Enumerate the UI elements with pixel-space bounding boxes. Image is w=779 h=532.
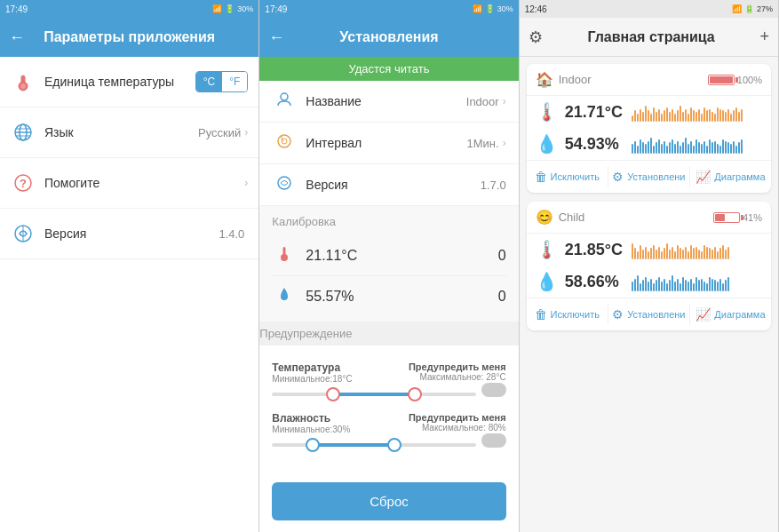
battery-pct-3: 27% <box>757 4 773 13</box>
indoor-actions: 🗑 Исключить ⚙ Установлени 📈 Диаграмма <box>527 160 771 193</box>
warning-temp-left: Температура Минимальное:18°C <box>272 361 352 384</box>
setup-row-name[interactable]: Название Indoor › <box>259 81 518 123</box>
setup-row-interval[interactable]: Интервал 1Мин. › <box>259 123 518 164</box>
back-button-2[interactable]: ← <box>268 28 284 47</box>
warning-humidity-left: Влажность Минимальное:30% <box>272 412 350 434</box>
settings-header-icon[interactable]: ⚙ <box>529 28 543 47</box>
warning-humidity-toggle[interactable] <box>481 433 506 448</box>
child-temp-value: 21.85°C <box>565 241 632 259</box>
status-icons-1: 📶 🔋 30% <box>212 4 253 13</box>
version2-label: Версия <box>306 178 480 192</box>
status-bar-3: 12:46 📶 🔋 27% <box>520 0 778 18</box>
interval-value: 1Мин. <box>467 137 499 150</box>
indoor-exclude-button[interactable]: 🗑 Исключить <box>527 166 608 187</box>
settings-item-help[interactable]: ? Помогите › <box>0 158 258 209</box>
setup-header: ← Установления <box>259 18 518 57</box>
status-icons-2: 📶 🔋 30% <box>473 4 513 13</box>
signal-icon-1: 📶 <box>212 4 222 13</box>
indoor-humidity-graph <box>632 134 762 154</box>
help-arrow: › <box>244 177 248 189</box>
child-exclude-button[interactable]: 🗑 Исключить <box>527 304 608 325</box>
language-icon <box>11 120 36 145</box>
settings-item-temperature[interactable]: Единица температуры °C °F <box>0 57 258 107</box>
indoor-battery-indicator <box>708 75 735 85</box>
status-bar-1: 17:49 📶 🔋 30% <box>0 0 258 18</box>
setup-row-version: Версия 1.7.0 <box>259 164 518 206</box>
exclude-label: Исключить <box>551 171 600 182</box>
child-chart-button[interactable]: 📈 Диаграмма <box>689 304 771 325</box>
calibration-temp-row[interactable]: 21.11°C 0 <box>272 235 505 276</box>
warning-temp-alert: Предупредить меня <box>409 361 506 372</box>
indoor-humidity-row: 💧 54.93% <box>527 128 771 160</box>
battery-icon-2: 🔋 <box>485 4 495 13</box>
warning-temp-min: Минимальное:18°C <box>272 374 352 384</box>
calibration-humidity-row[interactable]: 55.57% 0 <box>272 276 505 316</box>
child-settings-icon: ⚙ <box>612 307 624 322</box>
indoor-settings-button[interactable]: ⚙ Установлени <box>608 166 689 187</box>
child-humidity-row: 💧 58.66% <box>527 266 771 298</box>
main-panel: 12:46 📶 🔋 27% ⚙ Главная страница + 🏠 Ind… <box>520 0 779 532</box>
warning-humidity-alert: Предупредить меня <box>409 412 506 423</box>
indoor-temp-row: 🌡️ 21.71°C <box>527 96 771 128</box>
svg-point-15 <box>278 177 290 189</box>
indoor-card: 🏠 Indoor 100% 🌡️ 21.71°C 💧 54.93% <box>527 64 771 193</box>
help-icon: ? <box>11 171 36 195</box>
indoor-humidity-value: 54.93% <box>565 135 632 154</box>
warning-section: Предупреждение Температура Минимальное:1… <box>259 322 518 472</box>
child-battery-pct: 41% <box>743 212 762 223</box>
warning-humidity-row: Влажность Минимальное:30% Предупредить м… <box>272 412 505 452</box>
back-button-1[interactable]: ← <box>9 28 25 47</box>
fahrenheit-button[interactable]: °F <box>222 72 247 91</box>
calib-temp-offset: 0 <box>498 248 506 264</box>
indoor-temp-value: 21.71°C <box>565 103 632 122</box>
interval-label: Интервал <box>306 136 466 150</box>
warning-title: Предупреждение <box>259 322 518 345</box>
child-battery: 41% <box>713 212 762 223</box>
help-label: Помогите <box>44 176 244 190</box>
indoor-temp-icon: 🌡️ <box>536 101 558 123</box>
exclude-icon: 🗑 <box>535 170 547 184</box>
interval-arrow: › <box>503 137 506 149</box>
temp-unit-toggle[interactable]: °C °F <box>195 71 249 92</box>
warning-temp-toggle[interactable] <box>481 383 506 397</box>
calib-humidity-offset: 0 <box>498 289 506 305</box>
warning-temp-slider[interactable] <box>272 387 475 401</box>
svg-text:?: ? <box>20 177 27 190</box>
settings-item-language[interactable]: Язык Русский › <box>0 107 258 158</box>
name-icon <box>272 91 297 111</box>
version2-value: 1.7.0 <box>481 179 506 192</box>
warning-temp-header: Температура Минимальное:18°C Предупредит… <box>272 361 505 384</box>
indoor-card-header: 🏠 Indoor 100% <box>527 64 771 96</box>
signal-icon-3: 📶 <box>732 4 742 13</box>
indoor-chart-button[interactable]: 📈 Диаграмма <box>689 166 771 187</box>
calib-humidity-value: 55.57% <box>306 289 497 305</box>
warning-humidity-slider[interactable] <box>272 438 475 452</box>
setup-title: Установления <box>284 29 493 45</box>
warning-humidity-max: Максимальное: 80% <box>409 423 506 433</box>
warning-temp-row: Температура Минимальное:18°C Предупредит… <box>272 361 505 401</box>
indoor-humidity-icon: 💧 <box>536 133 558 155</box>
reset-button[interactable]: Сброс <box>272 482 505 520</box>
name-arrow: › <box>503 95 506 107</box>
add-device-button[interactable]: + <box>759 28 769 46</box>
indoor-settings-label: Установлени <box>627 171 685 182</box>
svg-rect-17 <box>283 247 286 256</box>
settings-item-version: Версия 1.4.0 <box>0 209 258 259</box>
status-icons-3: 📶 🔋 27% <box>732 4 773 13</box>
calib-temp-icon <box>272 244 297 266</box>
language-value: Русский <box>198 126 241 139</box>
child-name: Child <box>559 210 713 224</box>
indoor-chart-label: Диаграмма <box>714 171 765 182</box>
temperature-icon <box>11 69 36 94</box>
battery-icon-1: 🔋 <box>225 4 234 13</box>
version-value: 1.4.0 <box>219 227 244 241</box>
child-settings-label: Установлени <box>627 309 685 320</box>
indoor-battery: 100% <box>708 75 762 85</box>
settings-panel: 17:49 📶 🔋 30% ← Параметры приложения Еди… <box>0 0 259 532</box>
calib-temp-value: 21.11°C <box>306 248 497 264</box>
child-settings-button[interactable]: ⚙ Установлени <box>608 304 689 325</box>
celsius-button[interactable]: °C <box>196 72 222 91</box>
child-actions: 🗑 Исключить ⚙ Установлени 📈 Диаграмма <box>527 298 771 330</box>
warning-content: Температура Минимальное:18°C Предупредит… <box>259 353 518 472</box>
version2-icon <box>272 175 297 195</box>
